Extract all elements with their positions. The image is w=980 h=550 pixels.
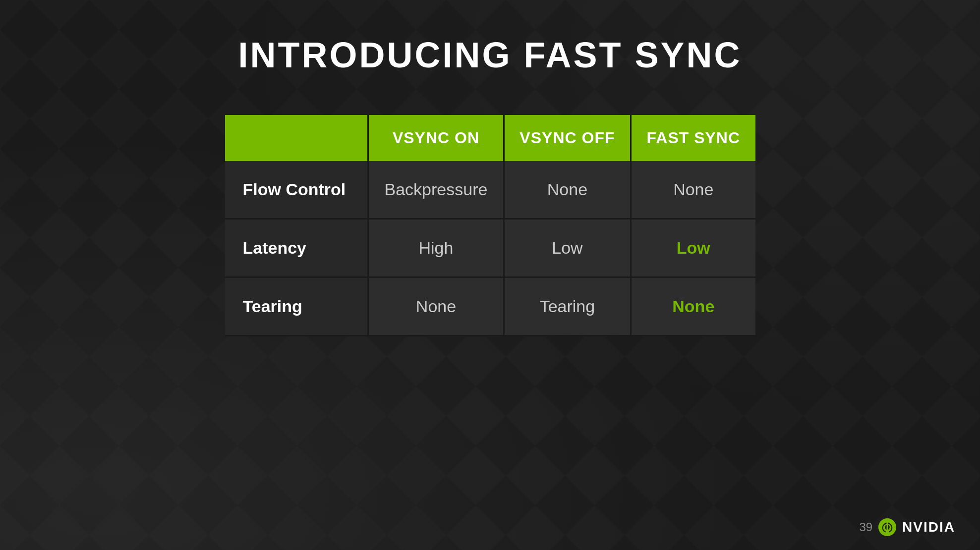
cell-latency-vsync-on: High — [368, 219, 504, 277]
comparison-table: VSYNC ON VSYNC OFF FAST SYNC Flow Contro… — [225, 115, 755, 336]
cell-tearing-vsync-on: None — [368, 277, 504, 336]
page-number: 39 — [859, 520, 872, 534]
cell-flow-fast-sync: None — [631, 161, 755, 219]
cell-tearing-fast-sync: None — [631, 277, 755, 336]
header-empty — [225, 115, 368, 161]
nvidia-logo-icon — [878, 518, 896, 536]
table-row: Flow Control Backpressure None None — [225, 161, 755, 219]
header-fast-sync: FAST SYNC — [631, 115, 755, 161]
header-vsync-off: VSYNC OFF — [504, 115, 631, 161]
cell-flow-vsync-on: Backpressure — [368, 161, 504, 219]
header-vsync-on: VSYNC ON — [368, 115, 504, 161]
table-row: Tearing None Tearing None — [225, 277, 755, 336]
nvidia-branding: 39 NVIDIA — [859, 518, 955, 536]
page-title: INTRODUCING FAST SYNC — [238, 35, 742, 75]
row-label-flow-control: Flow Control — [225, 161, 368, 219]
cell-tearing-vsync-off: Tearing — [504, 277, 631, 336]
cell-latency-vsync-off: Low — [504, 219, 631, 277]
table-header-row: VSYNC ON VSYNC OFF FAST SYNC — [225, 115, 755, 161]
nvidia-brand-text: NVIDIA — [902, 519, 955, 535]
cell-flow-vsync-off: None — [504, 161, 631, 219]
table-row: Latency High Low Low — [225, 219, 755, 277]
row-label-latency: Latency — [225, 219, 368, 277]
cell-latency-fast-sync: Low — [631, 219, 755, 277]
row-label-tearing: Tearing — [225, 277, 368, 336]
